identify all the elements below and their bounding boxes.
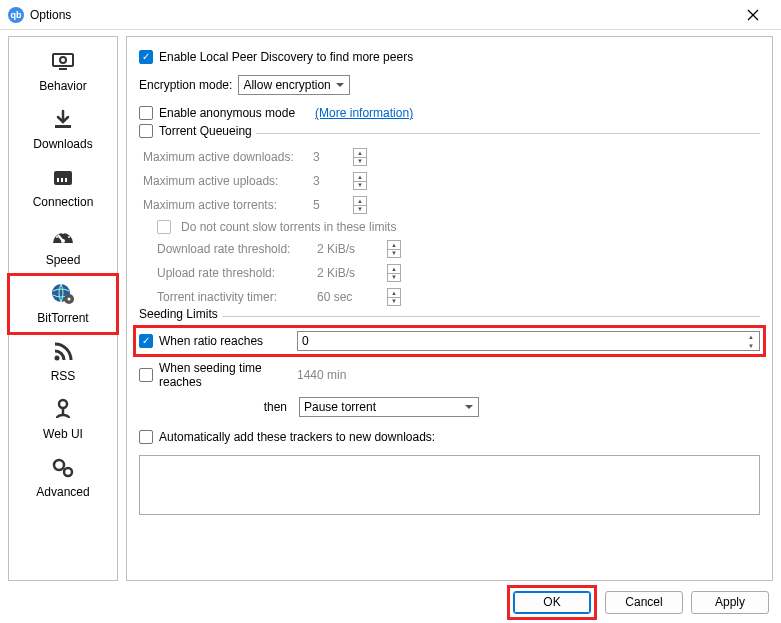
- webui-icon: [48, 397, 78, 423]
- ethernet-icon: [48, 165, 78, 191]
- ratio-checkbox[interactable]: [139, 334, 153, 348]
- dialog-buttons: OK Cancel Apply: [0, 581, 781, 623]
- max-torrents-value: 5: [313, 198, 343, 212]
- ratio-row-highlight: When ratio reaches 0 ▲▼: [139, 331, 760, 351]
- ok-button[interactable]: OK: [513, 591, 591, 614]
- svg-rect-9: [65, 178, 67, 182]
- torrent-queueing-title: Torrent Queueing: [159, 124, 252, 138]
- auto-trackers-label: Automatically add these trackers to new …: [159, 430, 435, 444]
- apply-label: Apply: [715, 595, 745, 609]
- titlebar: qb Options: [0, 0, 781, 30]
- more-info-link[interactable]: (More information): [315, 106, 413, 120]
- seedtime-value: 1440 min: [297, 368, 346, 382]
- trackers-textarea[interactable]: [139, 455, 760, 515]
- nav-label: Connection: [33, 195, 94, 209]
- torrent-queueing-checkbox[interactable]: [139, 124, 153, 138]
- svg-rect-7: [57, 178, 59, 182]
- gauge-icon: [48, 223, 78, 249]
- dont-count-slow-label: Do not count slow torrents in these limi…: [181, 220, 396, 234]
- max-uploads-spinner[interactable]: ▲▼: [353, 172, 367, 190]
- svg-point-22: [64, 468, 72, 476]
- download-icon: [48, 107, 78, 133]
- max-torrents-spinner[interactable]: ▲▼: [353, 196, 367, 214]
- nav-speed[interactable]: Speed: [9, 217, 117, 275]
- nav-webui[interactable]: Web UI: [9, 391, 117, 449]
- max-torrents-label: Maximum active torrents:: [143, 198, 303, 212]
- svg-point-21: [54, 460, 64, 470]
- gear-monitor-icon: [48, 49, 78, 75]
- nav-advanced[interactable]: Advanced: [9, 449, 117, 507]
- nav-label: Web UI: [43, 427, 83, 441]
- nav-label: BitTorrent: [37, 311, 88, 325]
- seeding-limits-title: Seeding Limits: [139, 307, 218, 321]
- auto-trackers-checkbox[interactable]: [139, 430, 153, 444]
- encryption-mode-select[interactable]: Allow encryption: [238, 75, 350, 95]
- then-label: then: [139, 400, 291, 414]
- nav-downloads[interactable]: Downloads: [9, 101, 117, 159]
- torrent-queueing-group: Torrent Queueing Maximum active download…: [139, 133, 760, 306]
- nav-bittorrent[interactable]: BitTorrent: [9, 275, 117, 333]
- close-icon: [747, 9, 759, 21]
- max-downloads-label: Maximum active downloads:: [143, 150, 303, 164]
- rss-icon: [48, 339, 78, 365]
- svg-rect-5: [55, 125, 71, 128]
- ok-label: OK: [543, 595, 560, 609]
- seedtime-checkbox[interactable]: [139, 368, 153, 382]
- svg-point-17: [68, 298, 71, 301]
- dl-rate-label: Download rate threshold:: [157, 242, 307, 256]
- anonymous-mode-checkbox[interactable]: [139, 106, 153, 120]
- ul-rate-value: 2 KiB/s: [317, 266, 377, 280]
- nav-label: Speed: [46, 253, 81, 267]
- nav-rss[interactable]: RSS: [9, 333, 117, 391]
- close-button[interactable]: [733, 1, 773, 29]
- svg-rect-8: [61, 178, 63, 182]
- ratio-spinner[interactable]: ▲▼: [744, 332, 758, 350]
- inactivity-value: 60 sec: [317, 290, 377, 304]
- inactivity-spinner[interactable]: ▲▼: [387, 288, 401, 306]
- gears-icon: [48, 455, 78, 481]
- max-uploads-label: Maximum active uploads:: [143, 174, 303, 188]
- dont-count-slow-checkbox[interactable]: [157, 220, 171, 234]
- ratio-label: When ratio reaches: [159, 334, 263, 348]
- window-title: Options: [30, 8, 733, 22]
- ok-button-highlight: OK: [507, 585, 597, 620]
- encryption-mode-value: Allow encryption: [243, 78, 330, 92]
- settings-panel: Enable Local Peer Discovery to find more…: [126, 36, 773, 581]
- nav-label: Behavior: [39, 79, 86, 93]
- inactivity-label: Torrent inactivity timer:: [157, 290, 307, 304]
- encryption-mode-label: Encryption mode:: [139, 78, 232, 92]
- nav-label: Downloads: [33, 137, 92, 151]
- apply-button[interactable]: Apply: [691, 591, 769, 614]
- ratio-value: 0: [302, 334, 309, 348]
- sidebar: Behavior Downloads Connection Speed: [8, 36, 118, 581]
- ul-rate-spinner[interactable]: ▲▼: [387, 264, 401, 282]
- local-peer-checkbox[interactable]: [139, 50, 153, 64]
- ratio-input[interactable]: 0 ▲▼: [297, 331, 760, 351]
- cancel-label: Cancel: [625, 595, 662, 609]
- dl-rate-spinner[interactable]: ▲▼: [387, 240, 401, 258]
- max-downloads-value: 3: [313, 150, 343, 164]
- anonymous-mode-label: Enable anonymous mode: [159, 106, 295, 120]
- then-action-value: Pause torrent: [304, 400, 376, 414]
- app-icon: qb: [8, 7, 24, 23]
- svg-point-19: [59, 400, 67, 408]
- ul-rate-label: Upload rate threshold:: [157, 266, 307, 280]
- seedtime-label: When seeding time reaches: [159, 361, 291, 389]
- nav-connection[interactable]: Connection: [9, 159, 117, 217]
- cancel-button[interactable]: Cancel: [605, 591, 683, 614]
- max-downloads-spinner[interactable]: ▲▼: [353, 148, 367, 166]
- svg-point-4: [60, 57, 66, 63]
- nav-label: RSS: [51, 369, 76, 383]
- svg-point-18: [55, 356, 60, 361]
- globe-gear-icon: [48, 281, 78, 307]
- svg-rect-2: [53, 54, 73, 66]
- svg-point-14: [68, 236, 70, 238]
- nav-label: Advanced: [36, 485, 89, 499]
- local-peer-label: Enable Local Peer Discovery to find more…: [159, 50, 413, 64]
- seeding-limits-group: Seeding Limits When ratio reaches 0 ▲▼: [139, 316, 760, 417]
- svg-point-12: [56, 236, 58, 238]
- then-action-select[interactable]: Pause torrent: [299, 397, 479, 417]
- max-uploads-value: 3: [313, 174, 343, 188]
- nav-behavior[interactable]: Behavior: [9, 43, 117, 101]
- svg-point-13: [62, 232, 64, 234]
